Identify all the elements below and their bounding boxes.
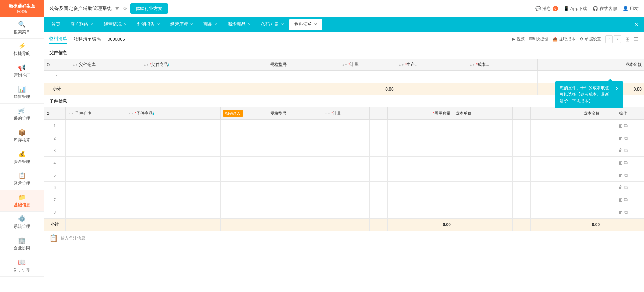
sidebar-item-quick-nav[interactable]: ⚡ 快捷导航 (0, 39, 44, 60)
nav-tab-5[interactable]: 商品✕ (199, 19, 222, 30)
nav-tab-4[interactable]: 经营历程✕ (165, 19, 198, 30)
child-product-5[interactable] (125, 169, 220, 182)
child-spec-7[interactable] (268, 194, 322, 206)
child-qty-6[interactable] (387, 182, 453, 194)
parent-production-cell[interactable] (396, 71, 467, 83)
copy-icon-7[interactable]: ⧉ (624, 197, 628, 202)
close-tab-2[interactable]: ✕ (124, 22, 127, 27)
copy-icon-3[interactable]: ⧉ (624, 148, 628, 153)
delete-icon-7[interactable]: 🗑 (618, 197, 623, 202)
copy-icon-1[interactable]: ⧉ (624, 123, 628, 128)
child-unit-2[interactable] (322, 132, 370, 144)
view-video-link[interactable]: ▶ 视频 (512, 36, 525, 42)
nav-tab-8[interactable]: 物料清单✕ (289, 19, 322, 30)
child-spec-3[interactable] (268, 144, 322, 157)
child-qty-3[interactable] (387, 144, 453, 157)
close-tab-1[interactable]: ✕ (90, 22, 94, 27)
next-arrow[interactable]: › (614, 35, 621, 43)
child-warehouse-1[interactable] (65, 120, 125, 132)
tooltip-close-button[interactable]: × (616, 85, 619, 92)
child-warehouse-4[interactable] (65, 157, 125, 169)
th-scan[interactable]: 扫码录入 (221, 107, 268, 120)
message-button[interactable]: 💬 消息 6 (535, 5, 558, 12)
child-spec-2[interactable] (268, 132, 322, 144)
nav-tab-2[interactable]: 经营情况✕ (99, 19, 132, 30)
sidebar-item-search[interactable]: 🔍 搜索菜单 (0, 17, 44, 39)
child-unit-cost-7[interactable] (453, 194, 512, 206)
copy-icon-8[interactable]: ⧉ (624, 209, 628, 215)
child-unit-cost-5[interactable] (453, 169, 512, 182)
user-button[interactable]: 👤 用友 (623, 5, 639, 12)
child-qty-2[interactable] (387, 132, 453, 144)
child-spec-4[interactable] (268, 157, 322, 169)
child-spec-8[interactable] (268, 206, 322, 219)
nav-tab-6[interactable]: 新增商品✕ (223, 19, 256, 30)
close-tab-6[interactable]: ✕ (248, 22, 251, 27)
child-unit-7[interactable] (322, 194, 370, 206)
th-settings-parent[interactable]: ⚙ (44, 59, 70, 71)
child-product-7[interactable] (125, 194, 220, 206)
child-unit-5[interactable] (322, 169, 370, 182)
nav-tab-3[interactable]: 利润报告✕ (132, 19, 165, 30)
nav-tab-7[interactable]: 条码方案✕ (256, 19, 289, 30)
th-settings-child[interactable]: ⚙ (44, 107, 66, 120)
delete-icon-2[interactable]: 🗑 (618, 135, 623, 141)
sidebar-item-inventory[interactable]: 📦 库存核算 (0, 125, 44, 147)
child-spec-1[interactable] (268, 120, 322, 132)
close-tab-4[interactable]: ✕ (190, 22, 193, 27)
child-unit-cost-8[interactable] (453, 206, 512, 219)
sidebar-item-system[interactable]: ⚙️ 系统管理 (0, 212, 44, 233)
sidebar-item-enterprise[interactable]: 🏢 企业协同 (0, 233, 44, 255)
grid-view-icon[interactable]: ⊞ (625, 36, 630, 43)
child-unit-8[interactable] (322, 206, 370, 219)
copy-icon-5[interactable]: ⧉ (624, 172, 628, 178)
delete-icon-1[interactable]: 🗑 (618, 123, 623, 128)
sidebar-item-basic-info[interactable]: 📁 基础信息 (0, 190, 44, 212)
child-product-4[interactable] (125, 157, 220, 169)
child-unit-1[interactable] (322, 120, 370, 132)
delete-icon-4[interactable]: 🗑 (618, 160, 623, 165)
sidebar-item-sales[interactable]: 📊 销售管理 (0, 82, 44, 104)
delete-icon-8[interactable]: 🗑 (618, 209, 623, 215)
parent-spec-cell[interactable] (268, 71, 339, 83)
nav-tab-1[interactable]: 客户联络✕ (66, 19, 98, 30)
sidebar-item-operations[interactable]: 📋 经营管理 (0, 168, 44, 190)
list-view-icon[interactable]: ☰ (634, 36, 639, 43)
delete-icon-6[interactable]: 🗑 (618, 185, 623, 190)
child-unit-6[interactable] (322, 182, 370, 194)
child-product-2[interactable] (125, 132, 220, 144)
sidebar-item-finance[interactable]: 💰 资金管理 (0, 147, 44, 168)
copy-icon-2[interactable]: ⧉ (624, 135, 628, 141)
parent-unit-cell[interactable] (339, 71, 396, 83)
child-unit-cost-4[interactable] (453, 157, 512, 169)
prev-arrow[interactable]: ‹ (605, 35, 613, 43)
app-download-button[interactable]: 📱 App下载 (564, 5, 587, 12)
parent-cost-cell[interactable] (467, 71, 537, 83)
trial-button[interactable]: 体验行业方案 (130, 3, 168, 14)
copy-icon-4[interactable]: ⧉ (624, 160, 628, 165)
child-unit-cost-2[interactable] (453, 132, 512, 144)
delete-icon-5[interactable]: 🗑 (618, 172, 623, 178)
scan-input-button[interactable]: 扫码录入 (223, 110, 243, 117)
child-unit-cost-6[interactable] (453, 182, 512, 194)
sub-tab-material-list[interactable]: 物料清单 (49, 34, 67, 44)
shortcut-link[interactable]: ⌨ 快捷键 (529, 36, 548, 42)
copy-icon-6[interactable]: ⧉ (624, 185, 628, 190)
child-qty-7[interactable] (387, 194, 453, 206)
child-warehouse-8[interactable] (65, 206, 125, 219)
close-tab-7[interactable]: ✕ (281, 22, 284, 27)
child-unit-4[interactable] (322, 157, 370, 169)
child-warehouse-3[interactable] (65, 144, 125, 157)
child-spec-6[interactable] (268, 182, 322, 194)
single-settings-link[interactable]: ⚙ 单据设置 (580, 36, 601, 42)
child-qty-5[interactable] (387, 169, 453, 182)
nav-tab-0[interactable]: 首页 (47, 19, 65, 30)
get-cost-link[interactable]: 📥 提取成本 (553, 36, 575, 42)
child-qty-1[interactable] (387, 120, 453, 132)
settings-icon[interactable]: ▼ (114, 5, 120, 12)
child-unit-3[interactable] (322, 144, 370, 157)
online-service-button[interactable]: 🎧 在线客服 (593, 5, 617, 12)
close-tab-5[interactable]: ✕ (214, 22, 218, 27)
child-qty-8[interactable] (387, 206, 453, 219)
child-product-1[interactable] (125, 120, 220, 132)
